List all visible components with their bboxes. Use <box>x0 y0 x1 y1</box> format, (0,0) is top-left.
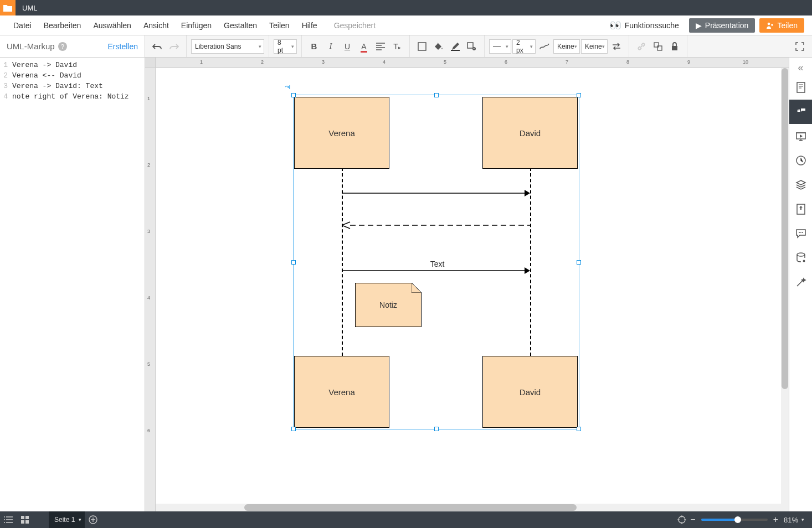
zoom-in-button[interactable]: + <box>773 515 778 525</box>
svg-point-18 <box>802 232 803 233</box>
ruler-corner <box>145 58 156 68</box>
italic-button[interactable]: I <box>323 39 338 54</box>
feature-search-label: Funktionssuche <box>625 21 679 30</box>
selection-handle-w[interactable] <box>291 260 296 265</box>
menu-share[interactable]: Teilen <box>264 18 295 33</box>
fullscreen-button[interactable] <box>792 39 808 54</box>
history-panel-button[interactable] <box>789 148 813 173</box>
link-button[interactable] <box>634 39 649 54</box>
selection-handle-e[interactable] <box>577 260 581 265</box>
target-button[interactable] <box>674 511 690 528</box>
menu-view[interactable]: Ansicht <box>138 18 174 33</box>
line-end-select[interactable]: Keine <box>581 39 608 54</box>
menu-edit[interactable]: Bearbeiten <box>38 18 87 33</box>
vertical-ruler[interactable]: 1 2 3 4 5 6 <box>145 68 156 511</box>
svg-point-17 <box>800 232 801 233</box>
actor-david-bottom[interactable]: David <box>482 356 578 428</box>
present-label: Präsentation <box>705 21 749 30</box>
selection-handle-n[interactable] <box>434 93 439 97</box>
zoom-slider[interactable] <box>701 519 768 521</box>
folder-icon[interactable] <box>0 0 16 15</box>
svg-rect-26 <box>25 520 29 524</box>
paint-bucket-button[interactable] <box>431 39 446 54</box>
zoom-out-button[interactable]: − <box>690 515 695 525</box>
horizontal-ruler[interactable]: 1 2 3 4 5 6 7 8 9 10 <box>156 58 789 68</box>
code-line-2: Verena <-- David <box>12 71 145 80</box>
uml-diagram[interactable]: Verena David Text <box>293 96 714 500</box>
fill-button[interactable] <box>414 39 430 54</box>
outline-button[interactable] <box>0 511 17 528</box>
svg-text:❝: ❝ <box>797 108 800 115</box>
shape-options-button[interactable] <box>464 39 480 54</box>
toolbar: UML-Markup ? Erstellen Liberation Sans 8… <box>0 35 812 58</box>
bold-button[interactable]: B <box>306 39 322 54</box>
selection-handle-s[interactable] <box>434 427 439 431</box>
menu-help[interactable]: Hilfe <box>296 18 323 33</box>
document-title[interactable]: UML <box>16 4 37 12</box>
svg-point-0 <box>768 22 770 25</box>
magic-panel-button[interactable] <box>789 270 813 294</box>
svg-rect-25 <box>21 520 24 524</box>
note-box[interactable]: Notiz <box>355 283 422 327</box>
rotate-handle[interactable] <box>284 85 291 93</box>
help-icon[interactable]: ? <box>58 42 67 51</box>
chat-panel-button[interactable] <box>789 221 813 246</box>
share-button[interactable]: Teilen <box>759 18 804 33</box>
line-type-button[interactable] <box>537 39 552 54</box>
collapse-panel-button[interactable]: « <box>789 60 812 75</box>
svg-rect-24 <box>25 516 29 519</box>
border-color-button[interactable] <box>448 39 463 54</box>
undo-button[interactable] <box>150 39 165 54</box>
vertical-scrollbar[interactable] <box>781 68 789 511</box>
message-1[interactable] <box>342 189 533 198</box>
swap-ends-button[interactable] <box>609 39 624 54</box>
add-page-button[interactable] <box>85 511 101 528</box>
font-select[interactable]: Liberation Sans <box>191 39 264 54</box>
align-button[interactable] <box>373 39 388 54</box>
grid-view-button[interactable] <box>17 511 33 528</box>
actor-verena-bottom[interactable]: Verena <box>294 356 389 428</box>
group-button[interactable] <box>650 39 666 54</box>
person-plus-icon <box>766 22 774 29</box>
page-settings-button[interactable] <box>789 75 813 100</box>
zoom-value[interactable]: 81% <box>784 516 798 524</box>
database-panel-button[interactable] <box>789 246 813 270</box>
menu-insert[interactable]: Einfügen <box>176 18 217 33</box>
play-icon: ▶ <box>696 21 702 30</box>
right-panel: « ❝ <box>789 58 812 511</box>
hscroll-thumb[interactable] <box>244 504 577 511</box>
markup-editor[interactable]: 1Verena -> David 2Verena <-- David 3Vere… <box>0 58 145 511</box>
redo-button[interactable] <box>166 39 182 54</box>
canvas[interactable]: Verena David Text <box>156 68 789 511</box>
present-button[interactable]: ▶ Präsentation <box>689 18 756 33</box>
actor-verena-top[interactable]: Verena <box>294 97 389 169</box>
menu-file[interactable]: Datei <box>8 18 37 33</box>
horizontal-scrollbar[interactable] <box>156 504 781 511</box>
page-select[interactable]: Seite 1 <box>49 511 85 528</box>
code-line-4: note right of Verena: Notiz <box>12 92 145 101</box>
svg-rect-23 <box>21 516 24 519</box>
svg-rect-6 <box>657 46 662 50</box>
create-button[interactable]: Erstellen <box>108 42 138 51</box>
feature-search-button[interactable]: 👀 Funktionssuche <box>604 17 685 34</box>
text-options-button[interactable]: T▸ <box>389 39 405 54</box>
message-2[interactable] <box>342 221 533 230</box>
svg-rect-2 <box>451 50 460 51</box>
presentation-panel-button[interactable] <box>789 124 813 148</box>
layers-panel-button[interactable] <box>789 173 813 197</box>
vscroll-thumb[interactable] <box>782 68 788 389</box>
message-3[interactable] <box>342 266 533 275</box>
line-width-select[interactable]: 2 px <box>512 39 536 54</box>
line-start-select[interactable]: Keine <box>553 39 580 54</box>
svg-rect-7 <box>672 46 677 50</box>
text-color-button[interactable]: A <box>356 39 372 54</box>
lock-button[interactable] <box>667 39 682 54</box>
data-panel-button[interactable] <box>789 197 813 221</box>
line-style-select[interactable] <box>489 39 511 54</box>
comments-panel-button[interactable]: ❝ <box>789 100 813 124</box>
menu-design[interactable]: Gestalten <box>218 18 263 33</box>
actor-david-top[interactable]: David <box>482 97 578 169</box>
font-size-select[interactable]: 8 pt <box>274 39 297 54</box>
menu-select[interactable]: Auswählen <box>88 18 137 33</box>
underline-button[interactable]: U <box>340 39 355 54</box>
